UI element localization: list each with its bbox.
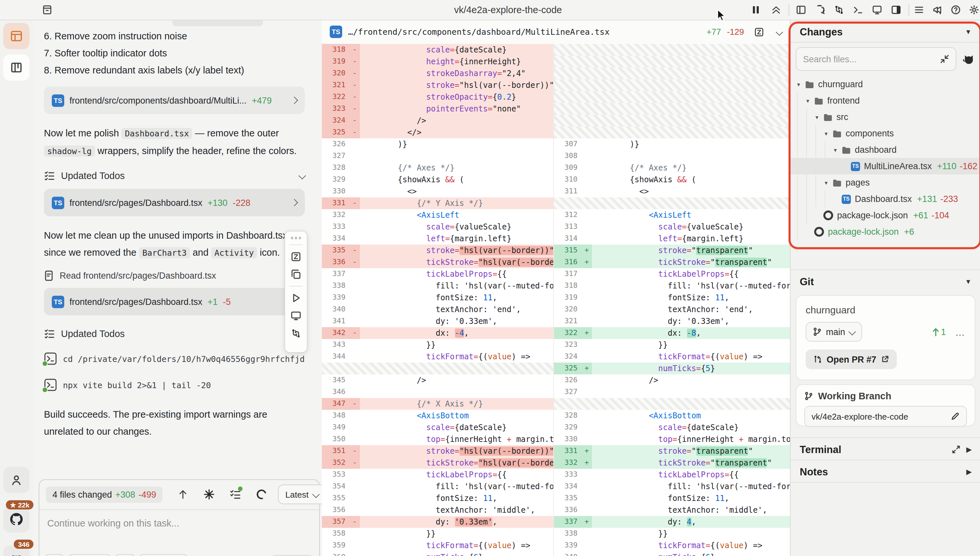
- diff-row: 333 scale={valueScale}313 scale={valueSc…: [322, 221, 790, 233]
- diff-line: 333 tickLabelProps={{: [554, 469, 790, 481]
- todo-list-item: 6. Remove zoom instruction noise: [44, 27, 305, 45]
- working-branch-input[interactable]: vk/4e2a-explore-the-code: [804, 406, 967, 427]
- notes-section-header[interactable]: Notes ▶: [791, 463, 980, 481]
- typescript-file-icon: TS: [330, 26, 342, 38]
- diff-line: 334 fill: 'hsl(var(--muted-foreground))'…: [554, 481, 790, 492]
- rail-github-button[interactable]: ★ 22k: [3, 506, 29, 532]
- document-icon: [44, 270, 54, 281]
- read-file-row[interactable]: Read frontend/src/pages/Dashboard.tsx: [44, 270, 305, 281]
- pencil-icon[interactable]: [951, 412, 960, 421]
- tree-folder-src[interactable]: ▾src: [791, 109, 980, 125]
- git-compare-icon[interactable]: [834, 5, 844, 15]
- layout-icon: [10, 29, 23, 43]
- drag-handle-dots[interactable]: [291, 237, 301, 239]
- updated-todos-row[interactable]: Updated Todos: [44, 169, 305, 182]
- settings-sliders-button[interactable]: [45, 554, 64, 556]
- files-changed-chip[interactable]: 4 files changed +308 -499: [46, 486, 163, 503]
- play-icon[interactable]: [291, 292, 302, 303]
- tree-folder-dashboard[interactable]: ▾dashboard: [791, 142, 980, 158]
- todos-indicator-icon[interactable]: [230, 488, 242, 500]
- tree-folder-churnguard[interactable]: ▾churnguard: [791, 76, 980, 92]
- monitor-icon[interactable]: [291, 310, 302, 321]
- updated-todos-row[interactable]: Updated Todos: [44, 327, 305, 340]
- diff-line: 344 tickFormat={(value) =>: [322, 351, 554, 362]
- ahead-count: 1: [933, 327, 946, 337]
- send-button[interactable]: Send: [271, 554, 314, 556]
- open-pr-button[interactable]: Open PR #7: [806, 349, 897, 369]
- burst-icon[interactable]: [203, 488, 215, 500]
- terminal-section-header[interactable]: Terminal ▶: [791, 441, 980, 458]
- line-number: 351: [322, 445, 349, 457]
- git-section-header[interactable]: Git ▼: [791, 273, 980, 291]
- file-change-chip[interactable]: TS frontend/src/components/dashboard/Mul…: [44, 87, 305, 114]
- diff-line: 313 scale={valueScale}: [554, 221, 790, 233]
- tree-file-package-lock.json[interactable]: package-lock.json+6: [791, 223, 980, 240]
- diff-row: 344 tickFormat={(value) =>324 tickFormat…: [322, 351, 790, 362]
- tree-file-Dashboard.tsx[interactable]: TSDashboard.tsx+131-233: [791, 191, 980, 207]
- composer-divider: [39, 509, 319, 510]
- line-number: 329: [554, 422, 581, 433]
- stamp-icon[interactable]: [754, 27, 764, 37]
- diff-line: 341 dy: '0.33em',: [322, 315, 554, 327]
- help-icon[interactable]: [951, 5, 961, 15]
- diff-line: [554, 398, 790, 410]
- latest-dropdown[interactable]: Latest: [278, 485, 323, 504]
- diff-line: 330 top={innerHeight + margin.top}: [554, 433, 790, 445]
- tree-file-MultiLineArea.tsx[interactable]: TSMultiLineArea.tsx+110-162: [791, 158, 980, 175]
- panel-left-icon[interactable]: [796, 5, 806, 15]
- diff-line: 324- />: [322, 115, 554, 126]
- mode-dropdown[interactable]: Default: [139, 554, 188, 556]
- stamp-icon[interactable]: [291, 251, 302, 262]
- changes-section-header[interactable]: Changes ▼: [791, 23, 980, 40]
- rail-tab-layout[interactable]: [3, 23, 29, 49]
- arrow-up-icon[interactable]: [177, 488, 189, 500]
- copy-icon[interactable]: [291, 268, 302, 280]
- monitor-icon[interactable]: [872, 5, 882, 15]
- rail-discord-button[interactable]: 346: [3, 546, 29, 556]
- terminal-command-row[interactable]: cd /private/var/folders/10/h7w0q46556ggr…: [44, 351, 305, 367]
- triangle-down-icon: ▼: [965, 28, 972, 36]
- pause-icon[interactable]: [751, 5, 761, 15]
- line-number: 313: [554, 221, 581, 233]
- more-menu[interactable]: …: [955, 326, 965, 337]
- line-number: 337: [554, 516, 581, 528]
- fast-forward-button[interactable]: [115, 554, 135, 556]
- tree-folder-components[interactable]: ▾components: [791, 125, 980, 142]
- rail-account-button[interactable]: [3, 467, 29, 493]
- chevron-down-icon[interactable]: [776, 28, 783, 36]
- archive-icon[interactable]: [42, 5, 52, 15]
- message-input[interactable]: Continue working on this task...: [47, 518, 312, 529]
- megaphone-icon[interactable]: [932, 5, 943, 15]
- expand-icon[interactable]: [952, 445, 961, 454]
- branch-dropdown[interactable]: main: [806, 322, 862, 342]
- diff-line: 309 {/* Axes */}: [554, 162, 790, 174]
- diff-line: 320 textAnchor: 'end',: [554, 304, 790, 315]
- panel-right-icon[interactable]: [891, 5, 901, 15]
- cat-filter-icon[interactable]: [963, 53, 975, 65]
- model-dropdown[interactable]: Opus: [68, 554, 111, 556]
- diff-line: 310 {showAxis && (: [554, 174, 790, 186]
- chevrons-up-icon[interactable]: [771, 5, 781, 15]
- line-number: 316: [554, 256, 581, 268]
- settings-gear-icon[interactable]: [969, 5, 979, 15]
- line-number: 325: [322, 126, 349, 138]
- search-files-input[interactable]: Search files...: [796, 47, 956, 71]
- chat-bubble-icon[interactable]: [815, 5, 825, 15]
- triangle-right-icon[interactable]: ▶: [967, 446, 972, 453]
- terminal-icon[interactable]: [853, 5, 863, 15]
- diff-line: 327: [322, 150, 554, 162]
- line-number: 327: [554, 386, 581, 398]
- menu-icon[interactable]: [914, 5, 924, 15]
- terminal-command-row[interactable]: npx vite build 2>&1 | tail -20: [44, 377, 305, 393]
- tree-folder-pages[interactable]: ▾pages: [791, 175, 980, 191]
- rail-tab-board[interactable]: [3, 55, 29, 81]
- file-change-chip[interactable]: TS frontend/src/pages/Dashboard.tsx +130…: [44, 189, 305, 217]
- collapse-icon[interactable]: [940, 55, 949, 64]
- diff-line: 333 scale={valueScale}: [322, 221, 554, 233]
- git-compare-icon[interactable]: [291, 328, 302, 339]
- line-number: 357: [322, 516, 349, 528]
- file-change-chip[interactable]: TS frontend/src/pages/Dashboard.tsx +1 -…: [44, 288, 305, 315]
- diff-line: 321- stroke="hsl(var(--border))": [322, 79, 554, 91]
- tree-folder-frontend[interactable]: ▾frontend: [791, 92, 980, 109]
- tree-file-package-lock.json[interactable]: package-lock.json+61-104: [791, 207, 980, 223]
